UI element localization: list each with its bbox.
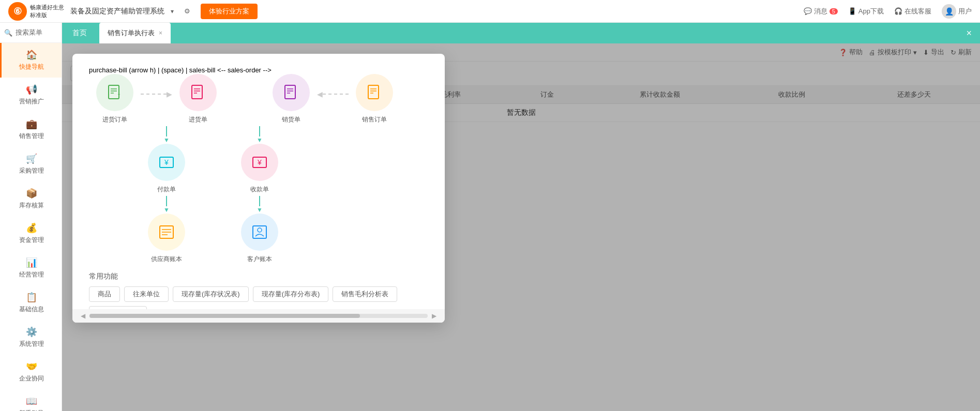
tab-bar-right: × [966,28,980,39]
system-dropdown[interactable]: ▾ [171,8,174,15]
basic-info-icon: 📋 [26,292,37,303]
finance-icon: 💰 [26,222,37,234]
flow-node-sales-bill[interactable]: 销货单 [265,74,317,124]
popup-scrollbar: ◀ ▶ [72,309,445,323]
sales-bill-label: 销货单 [282,115,300,124]
popup-body: purchase-bill (arrow h) | (space) | sale… [72,54,445,309]
message-badge: 5 [830,8,838,14]
payment-bill-icon: ¥ [148,144,185,181]
marketing-icon: 📢 [26,84,37,95]
tab-bar: 首页 销售订单执行表 × × [62,23,980,43]
sidebar-item-system[interactable]: ⚙️ 系统管理 [0,320,62,355]
sidebar-item-purchase[interactable]: 🛒 采购管理 [0,147,62,181]
logo-text: 畅康通好生意 标准版 [30,4,64,19]
common-btn-stock-status[interactable]: 现存量(库存状况表) [173,286,249,302]
flow-node-receipt-bill[interactable]: ¥ 收款单 [234,144,285,194]
arrow-down-row-2: ▼ ▼ [141,196,428,214]
logo-icon: ⑥ [8,2,27,21]
arrow-h-1: ▶ [141,90,172,98]
system-title: 装备及固定资产辅助管理系统 [70,7,164,16]
message-button[interactable]: 💬 消息 5 [804,7,838,16]
tab-home[interactable]: 首页 [62,23,97,43]
flow-node-purchase-order[interactable]: 进货订单 [89,74,141,124]
page-content: ❓ 帮助 🖨 按模板打印 ▾ ⬇ 导出 ↻ [62,43,980,411]
sidebar-nav: 🏠 快捷导航 📢 营销推广 💼 销售管理 🛒 采购管理 📦 库存核 [0,43,62,411]
user-menu[interactable]: 👤 用户 [942,4,972,19]
flow-node-purchase-bill[interactable]: 进货单 [172,74,224,124]
scrollbar-thumb [89,314,360,318]
svg-point-25 [258,228,262,232]
receipt-bill-label: 收款单 [250,185,269,194]
flow-node-sales-order[interactable]: 销售订单 [349,74,400,124]
scroll-left-arrow[interactable]: ◀ [81,312,85,319]
sidebar-item-basic-info[interactable]: 📋 基础信息 [0,285,62,320]
avatar: 👤 [942,4,956,19]
sales-order-label: 销售订单 [362,115,387,124]
sidebar-item-enterprise[interactable]: 🤝 企业协同 [0,355,62,389]
sales-order-icon [356,74,393,111]
sidebar-item-operations[interactable]: 📊 经营管理 [0,251,62,285]
common-functions-section: 常用功能 商品 往来单位 现存量(库存状况表) 现存量(库存分布表) 销售毛利分… [89,272,428,309]
system-icon: ⚙️ [26,326,37,338]
sidebar-item-marketing[interactable]: 📢 营销推广 [0,78,62,112]
flow-node-customer-account[interactable]: 客户账本 [234,214,285,264]
home-icon: 🏠 [26,49,37,60]
arrow-down-row-1: ▼ ▼ [141,126,428,144]
sales-icon: 💼 [26,118,37,130]
experience-button[interactable]: 体验行业方案 [201,4,258,19]
popup: purchase-bill (arrow h) | (space) | sale… [72,54,445,323]
flow-diagram: purchase-bill (arrow h) | (space) | sale… [89,66,428,268]
svg-text:¥: ¥ [164,158,169,166]
svg-text:¥: ¥ [257,158,262,166]
purchase-icon: 🛒 [26,153,37,164]
sidebar-item-finance[interactable]: 💰 资金管理 [0,216,62,251]
operations-icon: 📊 [26,257,37,268]
common-btn-goods[interactable]: 商品 [89,286,120,302]
purchase-order-icon [96,74,133,111]
receipt-bill-icon: ¥ [241,144,278,181]
topbar-right: 💬 消息 5 📱 App下载 🎧 在线客服 👤 用户 [804,4,972,19]
arrow-h-2: ◀ [317,90,349,98]
settings-icon[interactable]: ⚙ [180,4,194,19]
payment-bill-label: 付款单 [157,185,176,194]
common-btn-stock-dist[interactable]: 现存量(库存分布表) [253,286,329,302]
flow-node-supplier-account[interactable]: 供应商账本 [141,214,192,264]
scroll-right-arrow[interactable]: ▶ [432,312,436,319]
tab-sales-order[interactable]: 销售订单执行表 × [99,23,171,43]
topbar-center: 装备及固定资产辅助管理系统 ▾ ⚙ 体验行业方案 [70,4,804,19]
supplier-account-label: 供应商账本 [151,255,182,264]
common-functions-title: 常用功能 [89,272,428,281]
topbar: ⑥ 畅康通好生意 标准版 装备及固定资产辅助管理系统 ▾ ⚙ 体验行业方案 💬 … [0,0,980,23]
svg-rect-4 [192,85,202,99]
sidebar-item-quick-nav[interactable]: 🏠 快捷导航 [0,43,62,78]
sidebar: 🔍 搜索菜单 🏠 快捷导航 📢 营销推广 💼 销售管理 🛒 [0,23,62,411]
online-service-button[interactable]: 🎧 在线客服 [894,7,931,16]
common-buttons-row-1: 商品 往来单位 现存量(库存状况表) 现存量(库存分布表) 销售毛利分析表 商品… [89,286,428,309]
app-download-button[interactable]: 📱 App下载 [848,7,884,16]
window-close-button[interactable]: × [966,28,972,38]
tab-close-icon[interactable]: × [159,29,162,37]
svg-rect-12 [368,85,379,99]
logo-area: ⑥ 畅康通好生意 标准版 [8,2,70,21]
beginner-icon: 📖 [26,395,37,407]
customer-account-label: 客户账本 [247,255,272,264]
svg-rect-0 [109,85,119,99]
flow-node-payment-bill[interactable]: ¥ 付款单 [141,144,192,194]
svg-rect-8 [285,85,295,99]
common-btn-sales-profit[interactable]: 销售毛利分析表 [333,286,397,302]
enterprise-icon: 🤝 [26,361,37,372]
overlay[interactable]: purchase-bill (arrow h) | (space) | sale… [62,43,980,411]
sidebar-item-sales[interactable]: 💼 销售管理 [0,112,62,147]
content-area: 首页 销售订单执行表 × × ❓ 帮助 [62,23,980,411]
sidebar-item-beginner[interactable]: 📖 新手引导 [0,389,62,411]
search-menu[interactable]: 🔍 搜索菜单 [0,23,62,43]
inventory-icon: 📦 [26,188,37,199]
purchase-order-label: 进货订单 [102,115,127,124]
sales-bill-icon [273,74,310,111]
common-btn-partners[interactable]: 往来单位 [124,286,169,302]
purchase-bill-icon [179,74,217,111]
purchase-bill-label: 进货单 [189,115,207,124]
scrollbar-track[interactable] [89,314,428,318]
sidebar-item-inventory[interactable]: 📦 库存核算 [0,181,62,216]
customer-account-icon [241,214,278,251]
